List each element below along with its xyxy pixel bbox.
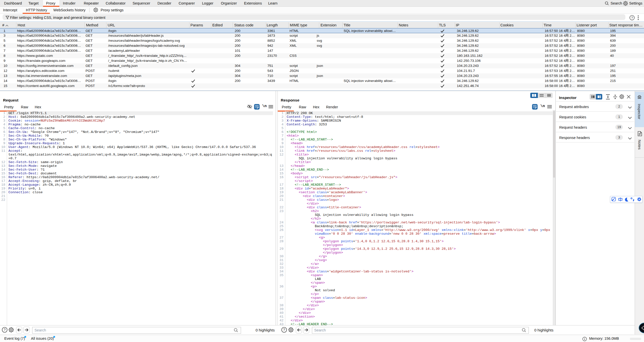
svg-text:?: ? <box>4 328 6 332</box>
svg-text:?: ? <box>283 328 285 332</box>
svg-text:?: ? <box>631 16 633 20</box>
